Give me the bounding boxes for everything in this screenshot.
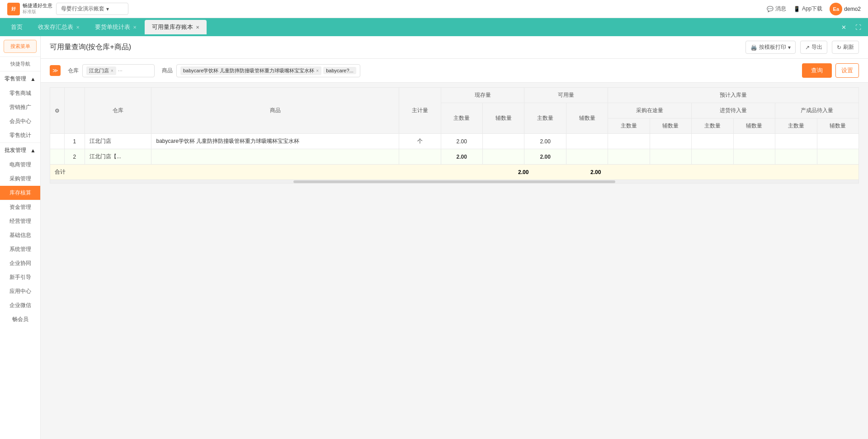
tab-receipt-summary-close[interactable]: ✕ bbox=[76, 25, 80, 30]
search-menu-btn[interactable]: 搜索菜单 bbox=[4, 40, 37, 53]
tab-home[interactable]: 首页 bbox=[4, 20, 30, 34]
sidebar-item-system[interactable]: 系统管理 bbox=[0, 242, 40, 256]
sidebar: 搜索菜单 快捷导航 零售管理 ▲ 零售商城 营销推广 会员中心 零售统计 批发管… bbox=[0, 36, 41, 439]
sidebar-item-member[interactable]: 会员中心 bbox=[0, 114, 40, 128]
warehouse-tag-remove[interactable]: × bbox=[111, 68, 113, 73]
chevron-up-icon: ▲ bbox=[30, 76, 36, 82]
cell-ip-aux-2 bbox=[733, 149, 775, 165]
sidebar-search-area: 搜索菜单 bbox=[0, 36, 40, 57]
sidebar-item-ecommerce[interactable]: 电商管理 bbox=[0, 158, 40, 172]
user-area[interactable]: Ea demo2 bbox=[830, 3, 861, 15]
org-selector[interactable]: 母婴行业演示账套 ▾ bbox=[56, 3, 128, 15]
table-row: 2 江北门店【... 2.00 2.00 bbox=[50, 149, 859, 165]
cell-avail-aux-1 bbox=[566, 134, 608, 149]
sidebar-item-marketing[interactable]: 营销推广 bbox=[0, 100, 40, 114]
cell-ip-aux-1 bbox=[733, 134, 775, 149]
cell-warehouse-1: 江北门店 bbox=[85, 134, 151, 149]
th-warehouse: 仓库 bbox=[85, 88, 151, 134]
th-production-pending-group: 产成品待入量 bbox=[775, 103, 859, 118]
sidebar-item-purchase[interactable]: 采购管理 bbox=[0, 172, 40, 186]
phone-icon: 📱 bbox=[793, 6, 800, 12]
refresh-label: 刷新 bbox=[843, 43, 854, 51]
product-tag-1-remove[interactable]: × bbox=[316, 68, 319, 73]
quick-nav-btn[interactable]: 快捷导航 bbox=[0, 57, 40, 71]
cell-pt-main-2 bbox=[608, 149, 650, 165]
sidebar-group-retail: 零售管理 ▲ 零售商城 营销推广 会员中心 零售统计 bbox=[0, 71, 40, 143]
sidebar-item-retail-stats[interactable]: 零售统计 bbox=[0, 128, 40, 142]
sidebar-group-retail-header[interactable]: 零售管理 ▲ bbox=[0, 71, 40, 86]
cell-unit-2 bbox=[399, 149, 441, 165]
product-input[interactable]: babycare学饮杯 儿童防摔防撞吸管杯重力球吸嘴杯宝宝水杯 × babyca… bbox=[176, 64, 360, 77]
th-row-num bbox=[65, 88, 85, 134]
sidebar-item-enterprise[interactable]: 企业协同 bbox=[0, 256, 40, 270]
sidebar-item-vip[interactable]: 畅会员 bbox=[0, 312, 40, 326]
export-btn[interactable]: ↗ 导出 bbox=[800, 41, 827, 54]
filter-area: ≫ 仓库 江北门店 × ··· 商品 babycare学饮杯 儿童防摔防撞吸管杯… bbox=[41, 59, 868, 83]
page-header: 可用量查询(按仓库+商品) 🖨️ 按模板打印 ▾ ↗ 导出 ↻ 刷新 bbox=[41, 36, 868, 59]
expand-filter-btn[interactable]: ≫ bbox=[50, 65, 61, 76]
app-download-btn[interactable]: 📱 App下载 bbox=[793, 5, 822, 13]
cell-rownum-2: 2 bbox=[65, 149, 85, 165]
content-area: 可用量查询(按仓库+商品) 🖨️ 按模板打印 ▾ ↗ 导出 ↻ 刷新 ≫ bbox=[41, 36, 868, 439]
cell-avail-main-1: 2.00 bbox=[524, 134, 566, 149]
settings-button[interactable]: 设置 bbox=[835, 63, 859, 78]
sidebar-item-operations[interactable]: 经营管理 bbox=[0, 214, 40, 228]
cell-warehouse-2: 江北门店【... bbox=[85, 149, 151, 165]
tab-order-stats-label: 要货单统计表 bbox=[95, 23, 130, 31]
cell-pp-main-1 bbox=[775, 134, 817, 149]
query-button[interactable]: 查询 bbox=[802, 63, 832, 78]
top-bar-left: 好 畅捷通好生意 标准版 母婴行业演示账套 ▾ bbox=[7, 3, 128, 15]
cell-ip-main-1 bbox=[692, 134, 733, 149]
warehouse-more-icon[interactable]: ··· bbox=[118, 67, 123, 74]
sidebar-item-newbie[interactable]: 新手引导 bbox=[0, 270, 40, 284]
logo-text: 畅捷通好生意 bbox=[23, 3, 52, 9]
logo-sub: 标准版 bbox=[23, 9, 52, 15]
tab-order-stats-close[interactable]: ✕ bbox=[133, 25, 137, 30]
app-download-label: App下载 bbox=[802, 5, 822, 13]
sidebar-group-wholesale-header[interactable]: 批发管理 ▲ bbox=[0, 143, 40, 158]
page-title: 可用量查询(按仓库+商品) bbox=[50, 42, 131, 52]
sidebar-item-basic[interactable]: 基础信息 bbox=[0, 228, 40, 242]
message-label: 消息 bbox=[775, 5, 786, 13]
logo-icon: 好 bbox=[7, 3, 20, 15]
logo-area: 好 畅捷通好生意 标准版 bbox=[7, 3, 52, 15]
cell-pt-aux-1 bbox=[650, 134, 691, 149]
tab-order-stats[interactable]: 要货单统计表 ✕ bbox=[88, 20, 144, 34]
cell-curr-aux-2 bbox=[483, 149, 524, 165]
sidebar-item-retail-store[interactable]: 零售商城 bbox=[0, 86, 40, 100]
warehouse-input[interactable]: 江北门店 × ··· bbox=[82, 64, 155, 77]
table-scrollbar[interactable] bbox=[50, 180, 859, 184]
page-actions: 🖨️ 按模板打印 ▾ ↗ 导出 ↻ 刷新 bbox=[745, 41, 859, 54]
footer-current-main: 2.00 bbox=[505, 169, 542, 175]
th-purchase-transit-group: 采购在途量 bbox=[608, 103, 692, 118]
top-bar-right: 💬 消息 📱 App下载 Ea demo2 bbox=[767, 3, 861, 15]
cell-pt-aux-2 bbox=[650, 149, 691, 165]
tab-available-stock-close[interactable]: ✕ bbox=[196, 25, 199, 30]
refresh-btn[interactable]: ↻ 刷新 bbox=[832, 41, 859, 54]
th-available-aux: 辅数量 bbox=[566, 103, 608, 134]
warehouse-label: 仓库 bbox=[68, 67, 79, 75]
sidebar-item-enterprise-wechat[interactable]: 企业微信 bbox=[0, 298, 40, 312]
message-btn[interactable]: 💬 消息 bbox=[767, 5, 786, 13]
sidebar-group-wholesale-label: 批发管理 bbox=[5, 146, 26, 154]
th-purchase-transit-aux: 辅数量 bbox=[650, 118, 691, 134]
print-btn[interactable]: 🖨️ 按模板打印 ▾ bbox=[745, 41, 796, 54]
close-all-tabs-btn[interactable]: ✕ bbox=[837, 21, 850, 33]
cell-pt-main-1 bbox=[608, 134, 650, 149]
cell-pp-aux-2 bbox=[817, 149, 859, 165]
sidebar-item-app-center[interactable]: 应用中心 bbox=[0, 284, 40, 298]
tab-receipt-summary[interactable]: 收发存汇总表 ✕ bbox=[31, 20, 87, 34]
filter-actions: 查询 设置 bbox=[802, 63, 859, 78]
th-current-main: 主数量 bbox=[441, 103, 482, 134]
fullscreen-btn[interactable]: ⛶ bbox=[852, 21, 864, 33]
sidebar-item-finance[interactable]: 资金管理 bbox=[0, 200, 40, 214]
message-icon: 💬 bbox=[767, 6, 774, 12]
warehouse-tag-value: 江北门店 bbox=[89, 67, 109, 74]
th-incoming-pending-group: 进货待入量 bbox=[692, 103, 775, 118]
sidebar-item-inventory[interactable]: 库存核算 bbox=[0, 186, 40, 200]
warehouse-filter: 仓库 江北门店 × ··· bbox=[68, 64, 155, 77]
th-product: 商品 bbox=[151, 88, 399, 134]
cell-settings-2 bbox=[50, 149, 65, 165]
tab-available-stock[interactable]: 可用量库存账本 ✕ bbox=[145, 20, 207, 34]
cell-pp-main-2 bbox=[775, 149, 817, 165]
